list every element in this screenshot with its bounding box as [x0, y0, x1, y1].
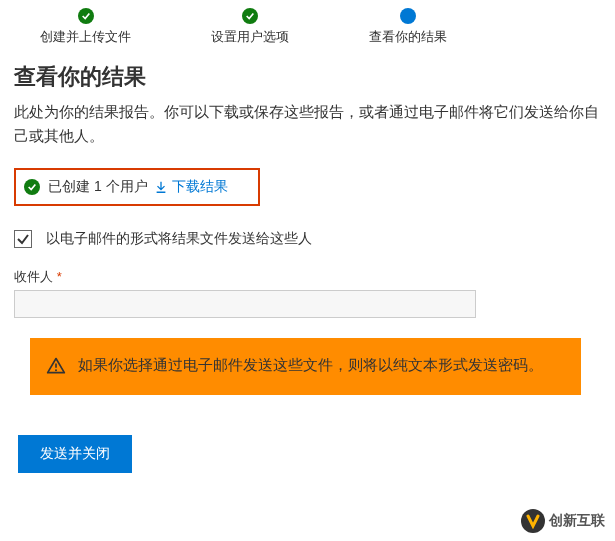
svg-point-1	[55, 369, 57, 371]
recipient-label: 收件人 *	[14, 268, 601, 286]
step-label: 设置用户选项	[211, 28, 289, 46]
download-results-link[interactable]: 下载结果	[154, 178, 228, 196]
wizard-stepper: 创建并上传文件 设置用户选项 查看你的结果	[0, 0, 615, 62]
check-icon	[78, 8, 94, 24]
download-label: 下载结果	[172, 178, 228, 196]
page-title: 查看你的结果	[14, 62, 601, 92]
step-user-options: 设置用户选项	[211, 8, 289, 46]
check-icon	[242, 8, 258, 24]
watermark-text: 创新互联	[549, 512, 605, 530]
email-option-row: 以电子邮件的形式将结果文件发送给这些人	[14, 230, 601, 248]
warning-icon	[46, 356, 66, 379]
recipient-input[interactable]	[14, 290, 476, 318]
send-and-close-button[interactable]: 发送并关闭	[18, 435, 132, 473]
check-icon	[16, 232, 30, 246]
email-option-checkbox[interactable]	[14, 230, 32, 248]
email-option-label: 以电子邮件的形式将结果文件发送给这些人	[46, 230, 312, 248]
watermark-logo-icon	[521, 509, 545, 533]
step-label: 创建并上传文件	[40, 28, 131, 46]
current-step-icon	[400, 8, 416, 24]
check-icon	[24, 179, 40, 195]
step-create-upload: 创建并上传文件	[40, 8, 131, 46]
created-users-text: 已创建 1 个用户	[48, 178, 148, 196]
warning-box: 如果你选择通过电子邮件发送这些文件，则将以纯文本形式发送密码。	[30, 338, 581, 395]
page-description: 此处为你的结果报告。你可以下载或保存这些报告，或者通过电子邮件将它们发送给你自己…	[14, 100, 601, 148]
step-label: 查看你的结果	[369, 28, 447, 46]
result-summary-box: 已创建 1 个用户 下载结果	[14, 168, 260, 206]
warning-text: 如果你选择通过电子邮件发送这些文件，则将以纯文本形式发送密码。	[78, 354, 543, 379]
watermark: 创新互联	[521, 509, 605, 533]
required-marker: *	[57, 269, 62, 284]
download-icon	[154, 180, 168, 194]
step-view-results: 查看你的结果	[369, 8, 447, 46]
